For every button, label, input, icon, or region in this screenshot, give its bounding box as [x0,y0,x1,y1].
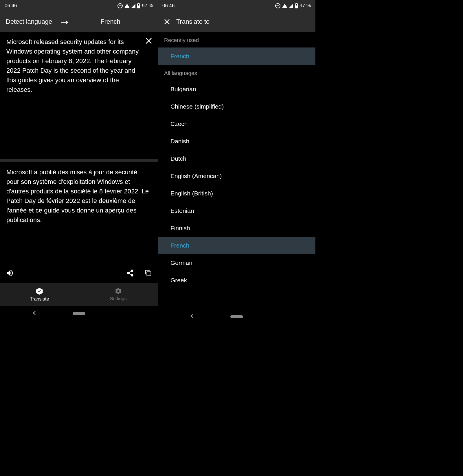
language-option[interactable]: Estonian [158,202,315,219]
tab-settings-label: Settings [110,296,127,301]
picker-header: Translate to [158,12,315,32]
nav-back-button[interactable] [32,310,37,317]
signal-icon [131,4,135,8]
status-icons: 97 % [275,3,311,9]
wifi-icon [124,4,130,8]
svg-point-4 [127,272,129,274]
tab-settings[interactable]: Settings [79,283,158,306]
status-bar: 06:46 97 % [0,0,158,12]
svg-line-6 [129,271,131,272]
target-text-pane: Microsoft a publié des mises à jour de s… [0,162,158,264]
status-icons: 97 % [117,3,153,9]
language-option[interactable]: English (American) [158,167,315,185]
signal-icon [289,4,293,8]
translation-actions [0,264,158,283]
all-section-label: All languages [158,65,315,80]
dnd-icon [275,3,280,8]
language-option[interactable]: Czech [158,115,315,133]
nav-home-pill[interactable] [230,315,243,318]
language-option[interactable]: Danish [158,133,315,150]
translate-screen: 06:46 97 % Detect language French Micros… [0,0,158,324]
language-option[interactable]: Bulgarian [158,80,315,98]
dnd-icon [117,3,123,8]
language-option[interactable]: French [158,237,315,254]
language-header: Detect language French [0,12,158,32]
clear-text-button[interactable] [145,37,153,46]
language-option[interactable]: German [158,254,315,272]
svg-point-5 [131,274,133,276]
language-picker-screen: 06:46 97 % Translate to Recently used Fr… [158,0,315,324]
svg-line-7 [129,274,131,275]
recent-section-label: Recently used [158,32,315,47]
battery-icon [137,3,140,8]
picker-title: Translate to [176,18,210,25]
system-navbar [158,309,315,324]
system-navbar [0,306,158,321]
language-option[interactable]: Dutch [158,150,315,167]
svg-rect-8 [147,272,151,276]
language-option[interactable]: Chinese (simplified) [158,98,315,115]
wifi-icon [282,4,287,8]
target-language-button[interactable]: French [69,18,152,25]
language-list[interactable]: Recently used French All languages Bulga… [158,32,315,309]
speak-button[interactable] [6,269,14,278]
battery-percent: 97 % [300,3,311,9]
gear-icon [115,288,122,295]
status-bar: 06:46 97 % [158,0,315,12]
source-text: Microsoft released security updates for … [6,37,142,94]
battery-icon [295,3,298,8]
close-button[interactable] [163,18,170,25]
tab-translate[interactable]: Translate [0,283,79,306]
battery-percent: 97 % [142,3,153,9]
target-text: Microsoft a publié des mises à jour de s… [6,167,151,225]
status-time: 06:46 [5,3,17,9]
source-language-button[interactable]: Detect language [6,18,61,25]
nav-back-button[interactable] [190,314,195,320]
language-option[interactable]: French [158,47,315,65]
language-option[interactable]: Greek [158,272,315,289]
pane-divider [0,159,158,162]
swap-arrow-icon[interactable] [61,17,69,26]
tab-translate-label: Translate [30,296,49,302]
copy-button[interactable] [144,269,152,278]
language-option[interactable]: Finnish [158,219,315,237]
language-option[interactable]: English (British) [158,185,315,202]
translate-icon [35,287,43,295]
nav-home-pill[interactable] [73,312,85,315]
bottom-tabs: Translate Settings [0,283,158,306]
status-time: 06:46 [162,3,175,9]
svg-point-3 [131,270,133,272]
share-button[interactable] [126,269,134,278]
source-text-pane[interactable]: Microsoft released security updates for … [0,32,158,159]
